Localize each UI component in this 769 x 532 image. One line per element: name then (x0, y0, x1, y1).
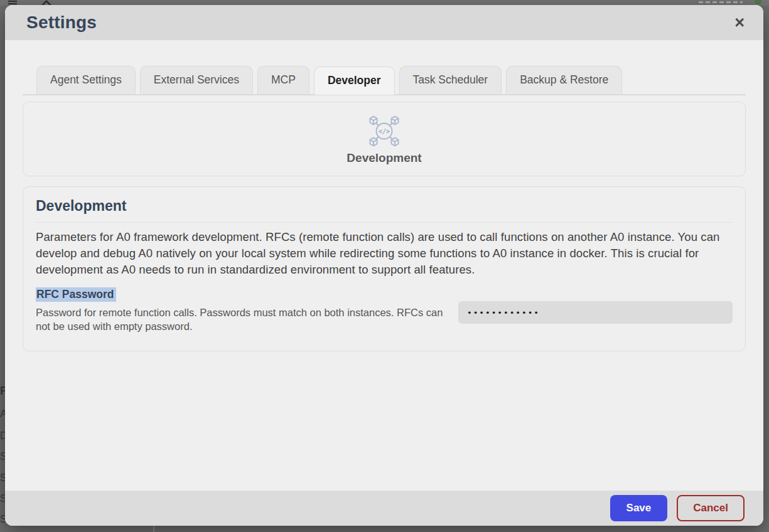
rfc-password-label: RFC Password (36, 287, 116, 302)
settings-modal: Settings × Agent Settings External Servi… (5, 5, 763, 526)
development-section: Development Parameters for A0 framework … (23, 186, 746, 351)
background-page-seam (153, 526, 154, 532)
modal-title: Settings (26, 13, 97, 33)
tab-backup-restore[interactable]: Backup & Restore (506, 66, 622, 94)
rfc-password-field-row: RFC Password Password for remote functio… (36, 288, 733, 333)
field-text-block: RFC Password Password for remote functio… (36, 288, 447, 333)
settings-tab-bar: Agent Settings External Services MCP Dev… (23, 66, 746, 95)
clipped-letter: D (0, 430, 5, 442)
section-nav-label: Development (347, 151, 421, 165)
clipped-letter: S (0, 493, 5, 504)
save-button[interactable]: Save (610, 495, 668, 521)
tab-agent-settings[interactable]: Agent Settings (36, 66, 136, 94)
clipped-topbar-text (699, 1, 743, 3)
rfc-password-input[interactable] (458, 301, 733, 324)
clipped-letter: P (0, 385, 5, 398)
section-divider (36, 222, 733, 223)
development-rfc-icon: </> (367, 114, 402, 149)
status-dot (755, 0, 761, 4)
modal-footer: Save Cancel (5, 491, 763, 526)
clipped-letter: S (0, 514, 5, 525)
tab-external-services[interactable]: External Services (140, 66, 253, 94)
tab-task-scheduler[interactable]: Task Scheduler (399, 66, 502, 94)
close-icon[interactable]: × (731, 13, 748, 33)
modal-header: Settings × (5, 5, 763, 40)
tab-developer[interactable]: Developer (314, 66, 395, 95)
cancel-button[interactable]: Cancel (677, 495, 745, 521)
field-input-block (447, 288, 733, 333)
clipped-letter: A (0, 408, 5, 420)
background-sidebar-clipped-text: P A D S S S S (0, 0, 5, 532)
clipped-letter: S (0, 451, 5, 462)
clipped-letter: S (0, 472, 5, 484)
section-heading: Development (36, 198, 733, 215)
app-logo (41, 0, 51, 5)
section-description: Parameters for A0 framework development.… (36, 229, 733, 278)
modal-body: Agent Settings External Services MCP Dev… (5, 66, 763, 351)
svg-text:</>: </> (379, 127, 390, 134)
tab-mcp[interactable]: MCP (257, 66, 309, 94)
section-nav-development[interactable]: </> Development (23, 102, 746, 176)
rfc-password-description: Password for remote function calls. Pass… (36, 306, 444, 333)
